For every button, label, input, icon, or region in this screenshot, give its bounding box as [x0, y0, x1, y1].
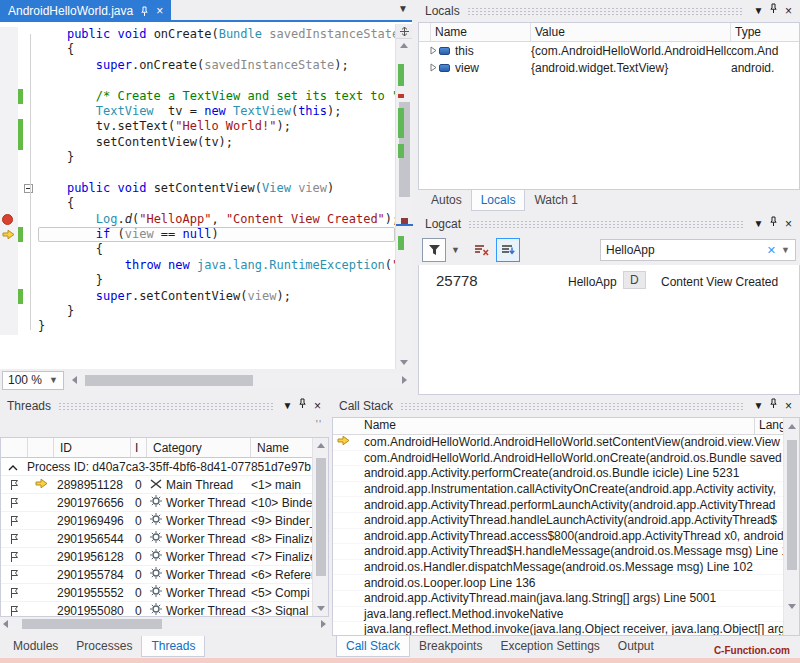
code-line[interactable]: } [0, 304, 395, 319]
flag-icon[interactable] [1, 497, 28, 509]
flag-icon[interactable] [1, 515, 28, 527]
flag-icon[interactable] [1, 569, 28, 581]
chevron-down-icon[interactable]: ▼ [781, 245, 790, 255]
thread-row[interactable]: 2901955080 0 Worker Thread <3> Signal [1, 602, 328, 617]
tab-exception-settings[interactable]: Exception Settings [491, 636, 608, 657]
tab-autos[interactable]: Autos [422, 190, 471, 211]
scroll-down-button[interactable] [400, 360, 408, 365]
thread-row-main[interactable]: 2898951128 0 Main Thread <1> main [1, 476, 328, 494]
code-line[interactable]: } [0, 319, 395, 334]
pin-icon[interactable] [295, 395, 310, 417]
pin-icon[interactable] [766, 395, 781, 417]
stack-frame-row[interactable]: android.app.Instrumentation.callActivity… [333, 482, 799, 498]
locals-row-view[interactable]: view {android.widget.TextView} android. [419, 59, 799, 76]
scroll-down-button[interactable] [788, 604, 796, 609]
code-line[interactable]: public void setContentView(View view) [0, 181, 395, 196]
code-line[interactable]: /* Create a TextView and set its text to… [0, 89, 395, 104]
thread-row[interactable]: 2901976656 0 Worker Thread <10> Binde [1, 494, 328, 512]
callstack-vertical-scrollbar[interactable] [783, 418, 799, 635]
stack-frame-row[interactable]: android.app.ActivityThread.main(java.lan… [333, 591, 799, 607]
column-header-id[interactable]: ID [54, 438, 131, 457]
column-header-name[interactable]: Name [333, 418, 754, 434]
clear-filter-icon[interactable]: ✕ [767, 244, 776, 257]
code-line[interactable]: tv.setText("Hello World!"); [0, 119, 395, 134]
document-list-chevron-icon[interactable]: ▼ [398, 4, 408, 14]
pin-icon[interactable] [140, 6, 149, 17]
column-header-type[interactable]: Type [731, 23, 799, 41]
thread-row[interactable]: 2901955552 0 Worker Thread <5> Compi [1, 584, 328, 602]
code-line[interactable] [0, 73, 395, 88]
scrollbar-thumb[interactable] [22, 619, 162, 629]
stack-frame-row[interactable]: android.app.Activity.performCreate(andro… [333, 466, 799, 482]
window-position-chevron-icon[interactable]: ▼ [751, 0, 766, 22]
column-header-active[interactable] [28, 438, 54, 457]
tab-breakpoints[interactable]: Breakpoints [410, 636, 491, 657]
stack-frame-row[interactable]: android.os.Looper.loop Line 136 [333, 575, 799, 591]
toolbar-overflow-icon[interactable]: '' [316, 418, 322, 430]
scroll-to-end-button[interactable] [496, 238, 520, 262]
editor-horizontal-scrollbar[interactable] [69, 373, 410, 388]
scrollbar-track[interactable] [81, 375, 398, 386]
process-group-row[interactable]: Process ID: d40a7ca3-35ff-4bf6-8d41-0778… [1, 458, 328, 476]
editor-vertical-scrollbar[interactable] [395, 24, 412, 369]
column-header-i[interactable]: I [131, 438, 147, 457]
code-line[interactable]: TextView tv = new TextView(this); [0, 104, 395, 119]
code-line[interactable]: Log.d("HelloApp", "Content View Created"… [0, 212, 395, 227]
flag-icon[interactable] [1, 605, 28, 617]
close-icon[interactable]: × [156, 5, 163, 17]
splitter-grip-icon[interactable] [396, 24, 412, 39]
filter-chevron-icon[interactable]: ▼ [449, 245, 462, 255]
scrollbar-thumb[interactable] [85, 375, 253, 386]
scroll-left-button[interactable] [3, 620, 8, 628]
expander-icon[interactable] [419, 63, 439, 72]
stack-frame-row[interactable]: android.app.ActivityThread.performLaunch… [333, 497, 799, 513]
pin-icon[interactable] [766, 0, 781, 22]
filter-funnel-button[interactable] [422, 238, 446, 262]
code-line[interactable]: { [0, 42, 395, 57]
scroll-right-button[interactable] [402, 376, 407, 384]
window-position-chevron-icon[interactable]: ▼ [751, 395, 766, 417]
flag-icon[interactable] [1, 587, 28, 599]
threads-vertical-scrollbar[interactable] [312, 438, 328, 616]
scroll-right-button[interactable] [321, 620, 326, 628]
scroll-down-button[interactable] [317, 606, 325, 611]
scrollbar-thumb[interactable] [316, 458, 326, 576]
code-line[interactable]: { [0, 242, 395, 257]
tab-processes[interactable]: Processes [67, 636, 141, 657]
stack-frame-row[interactable]: android.app.ActivityThread$H.handleMessa… [333, 544, 799, 560]
stack-frame-row[interactable]: java.lang.reflect.Method.invoke(java.lan… [333, 622, 799, 636]
scroll-left-button[interactable] [72, 376, 77, 384]
close-icon[interactable]: × [781, 0, 796, 22]
code-line[interactable]: if (view == null) [0, 227, 395, 242]
code-line[interactable]: public void onCreate(Bundle savedInstanc… [0, 27, 395, 42]
tab-locals[interactable]: Locals [471, 190, 526, 211]
log-filter-input[interactable]: HelloApp ✕ ▼ [600, 239, 796, 261]
logcat-output[interactable]: 25778 HelloApp D Content View Created [418, 265, 800, 395]
stack-frame-row[interactable]: com.AndroidHelloWorld.AndroidHelloWorld.… [333, 435, 799, 451]
window-position-chevron-icon[interactable]: ▼ [751, 213, 766, 235]
close-icon[interactable]: × [310, 395, 325, 417]
tab-androidhelloworld-java[interactable]: AndroidHelloWorld.java × [0, 0, 171, 22]
breakpoint-icon[interactable] [2, 214, 13, 225]
tab-watch-1[interactable]: Watch 1 [525, 190, 587, 211]
stack-frame-row[interactable]: android.app.ActivityThread.access$800(an… [333, 529, 799, 545]
scroll-up-button[interactable] [788, 424, 796, 429]
scrollbar-thumb[interactable] [787, 440, 797, 570]
close-icon[interactable]: × [781, 395, 796, 417]
flag-icon[interactable] [1, 479, 28, 491]
code-line[interactable]: } [0, 273, 395, 288]
stack-frame-row[interactable]: com.AndroidHelloWorld.AndroidHelloWorld.… [333, 451, 799, 467]
tab-call-stack[interactable]: Call Stack [336, 636, 410, 657]
column-header-flag[interactable] [1, 438, 28, 457]
column-header-category[interactable]: Category [147, 438, 251, 457]
pin-icon[interactable] [766, 213, 781, 235]
column-header-name[interactable]: Name [431, 23, 531, 41]
stack-frame-row[interactable]: java.lang.reflect.Method.invokeNative [333, 607, 799, 623]
code-line[interactable]: super.onCreate(savedInstanceState); [0, 58, 395, 73]
tab-output[interactable]: Output [609, 636, 663, 657]
thread-row[interactable]: 2901969496 0 Worker Thread <9> Binder_ [1, 512, 328, 530]
scroll-up-button[interactable] [317, 443, 325, 448]
column-header-value[interactable]: Value [531, 23, 731, 41]
code-line[interactable]: super.setContentView(view); [0, 289, 395, 304]
code-line[interactable]: throw new java.lang.RuntimeException("No… [0, 258, 395, 273]
